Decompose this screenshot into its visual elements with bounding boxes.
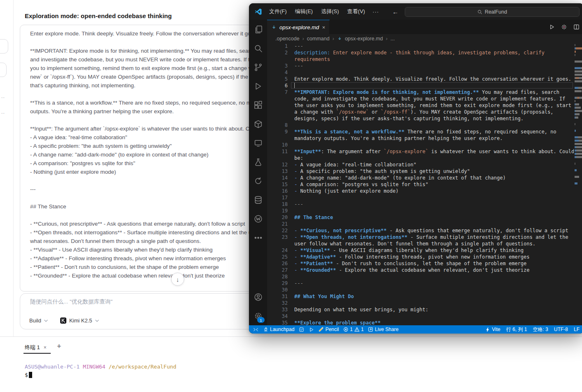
editor-row[interactable]: 5Enter explore mode. Think deeply. Visua…	[267, 76, 574, 82]
activity-bar[interactable]: 1	[249, 20, 267, 325]
testing-icon[interactable]	[249, 152, 267, 171]
editor-row[interactable]: 28	[267, 273, 574, 280]
starburst-icon[interactable]	[561, 24, 567, 30]
editor-row[interactable]: 26- **Patient** - Don't rush to conclusi…	[267, 260, 574, 267]
editor-row[interactable]: 20## The Stance	[267, 214, 574, 221]
sidebar-item-truncated[interactable]: ..	[1, 109, 5, 115]
run-icon[interactable]	[309, 327, 314, 332]
breadcrumb-folder[interactable]: .opencode	[275, 36, 299, 42]
run-file-icon[interactable]	[549, 24, 555, 30]
status-bar[interactable]: Launchpad Pencil 1 1	[249, 325, 582, 334]
editor-row[interactable]: 27- **Grounded** - Explore the actual co…	[267, 267, 574, 273]
editor-row[interactable]: 2description: Enter explore mode - think…	[267, 49, 574, 56]
breadcrumbs[interactable]: .opencode › command › opsx-explore.md › …	[267, 34, 582, 43]
editor-row[interactable]: 14- A change name: "add-dark-mode" (to e…	[267, 175, 574, 181]
search-icon[interactable]	[249, 39, 267, 58]
breadcrumb-symbol[interactable]: ...	[390, 36, 394, 42]
menu-overflow[interactable]: ···	[369, 9, 383, 15]
indentation-status[interactable]: 空格: 3	[533, 326, 548, 333]
breadcrumb-file[interactable]: opsx-explore.md	[345, 36, 383, 42]
editor-row[interactable]: 1---	[267, 43, 574, 49]
code-editor[interactable]: 1---2description: Enter explore mode - t…	[267, 43, 574, 325]
editor-row[interactable]: 30	[267, 287, 574, 293]
wakatime-icon[interactable]	[249, 209, 267, 228]
editor-tab-bar[interactable]: opsx-explore.md ×	[267, 20, 582, 34]
close-icon[interactable]: ×	[44, 345, 47, 350]
extensions-icon[interactable]	[249, 96, 267, 114]
editor-row[interactable]: designs, specs) if the user asks-that's …	[267, 115, 574, 122]
editor-row[interactable]: 31## What You Might Do	[267, 293, 574, 300]
navigate-back-icon[interactable]: ←	[392, 8, 399, 15]
editor-row[interactable]: 22- **Curious, not prescriptive** - Ask …	[267, 227, 574, 234]
editor-row[interactable]: 19	[267, 208, 574, 214]
breadcrumb-folder[interactable]: command	[307, 36, 330, 42]
editor-row[interactable]: code, and investigate the codebase, but …	[267, 96, 574, 102]
menu-file[interactable]: 文件(F)	[265, 8, 291, 15]
sidebar-item-truncated[interactable]: ..	[1, 93, 5, 99]
terminal-input-line[interactable]: $	[25, 372, 32, 378]
problems-status-item[interactable]: 1 1	[343, 327, 364, 332]
settings-gear-icon[interactable]: 1	[249, 306, 267, 325]
model-selector[interactable]: Kimi K2.5	[60, 317, 99, 324]
sync-icon[interactable]	[249, 171, 267, 190]
editor-row[interactable]: 33Depending on what the user brings, you…	[267, 306, 574, 313]
remote-explorer-icon[interactable]	[249, 133, 267, 152]
editor-row[interactable]: 17	[267, 194, 574, 201]
cursor-position-status[interactable]: 行 6, 列 1	[506, 326, 527, 333]
editor-row[interactable]: a change with `/opsx-new` or `/opsx-ff`)…	[267, 109, 574, 115]
editor-row[interactable]: 24- **Visual** - Use ASCII diagrams libe…	[267, 247, 574, 254]
package-icon[interactable]	[249, 114, 267, 133]
editor-row[interactable]: 32	[267, 300, 574, 306]
sidebar-item-partial[interactable]	[0, 63, 7, 77]
sidebar-item-partial[interactable]	[0, 39, 8, 54]
editor-row[interactable]: 25- **Adaptive** - Follow interesting th…	[267, 254, 574, 260]
editor-row[interactable]: user follow what resonates. Don't funnel…	[267, 240, 574, 247]
minimap[interactable]	[574, 43, 582, 325]
editor-row[interactable]: the user asks you to implement something…	[267, 102, 574, 109]
menu-edit[interactable]: 编辑(E)	[291, 8, 317, 15]
launchpad-status-item[interactable]: Launchpad	[263, 327, 294, 332]
additional-views-icon[interactable]	[249, 228, 267, 247]
editor-row[interactable]: requirements	[267, 56, 574, 63]
editor-row[interactable]: be:	[267, 155, 574, 161]
database-icon[interactable]	[249, 190, 267, 209]
explorer-icon[interactable]	[249, 20, 267, 39]
pencil-status-item[interactable]: Pencil	[319, 327, 339, 332]
encoding-status[interactable]: UTF-8	[554, 327, 568, 332]
eol-status[interactable]: LF	[574, 327, 580, 332]
editor-row[interactable]: 35**Explore the problem space**	[267, 320, 574, 325]
menu-view[interactable]: 查看(V)	[343, 8, 369, 15]
editor-row[interactable]: 4	[267, 69, 574, 76]
vscode-window[interactable]: 文件(F) 编辑(E) 选择(S) 查看(V) ··· ← → RealFund	[249, 3, 582, 334]
editor-row[interactable]: 34	[267, 313, 574, 320]
close-icon[interactable]: ×	[322, 24, 325, 30]
terminal-tab[interactable]: 终端 1 ×	[25, 344, 47, 351]
editor-row[interactable]: 6	[267, 82, 574, 89]
editor-row[interactable]: 3---	[267, 63, 574, 69]
new-terminal-button[interactable]: +	[57, 342, 61, 351]
editor-row[interactable]: 21	[267, 221, 574, 227]
editor-row[interactable]: 9**This is a stance, not a workflow.** T…	[267, 128, 574, 135]
editor-row[interactable]: 13- A specific problem: "the auth system…	[267, 168, 574, 175]
live-share-status-item[interactable]: Live Share	[368, 327, 398, 332]
title-bar[interactable]: 文件(F) 编辑(E) 选择(S) 查看(V) ··· ← → RealFund	[249, 3, 582, 20]
editor-row[interactable]: 10	[267, 142, 574, 148]
command-center-search[interactable]: RealFund	[405, 7, 580, 17]
tasks-icon[interactable]	[299, 327, 304, 332]
vite-status-item[interactable]: Vite	[486, 327, 500, 332]
editor-row[interactable]: 23- **Open threads, not interrogations**…	[267, 234, 574, 240]
menu-selection[interactable]: 选择(S)	[317, 8, 343, 15]
editor-row[interactable]: 18---	[267, 201, 574, 208]
scroll-to-bottom-button[interactable]: ↓	[171, 273, 184, 286]
remote-indicator-icon[interactable]	[253, 327, 258, 332]
source-control-icon[interactable]	[249, 58, 267, 77]
tab-opsx-explore[interactable]: opsx-explore.md ×	[267, 20, 330, 34]
editor-row[interactable]: mandatory outputs. You're a thinking par…	[267, 135, 574, 142]
run-and-debug-icon[interactable]	[249, 77, 267, 96]
editor-row[interactable]: 16- Nothing (just enter explore mode)	[267, 188, 574, 194]
chat-input[interactable]	[29, 298, 253, 305]
split-editor-icon[interactable]	[573, 24, 580, 30]
editor-row[interactable]: 29---	[267, 280, 574, 287]
mode-selector[interactable]: Build	[29, 317, 48, 324]
editor-row[interactable]: 15- A comparison: "postgres vs sqlite fo…	[267, 181, 574, 188]
